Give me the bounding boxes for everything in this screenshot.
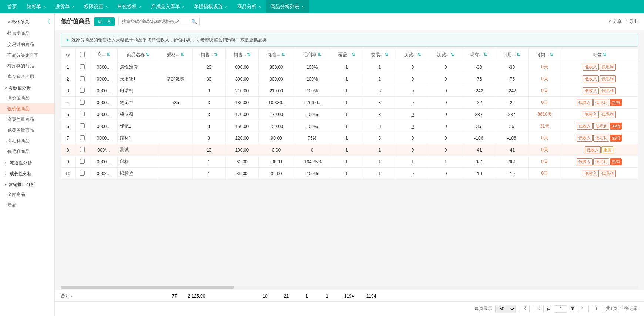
nav-product-analysis-list[interactable]: 商品分析列表 ×	[266, 0, 308, 13]
col-settings[interactable]: ⚙	[61, 49, 75, 61]
share-button[interactable]: ⎋ 分享	[609, 18, 622, 25]
cell-sales-price: 210.00	[225, 85, 258, 97]
nav-product-analysis[interactable]: 商品分析 ×	[233, 0, 265, 13]
browse-link[interactable]: 0	[412, 124, 414, 129]
col-sales-price[interactable]: 销售...⇅	[225, 49, 258, 61]
col-coverage[interactable]: 覆盖...⇅	[330, 49, 363, 61]
page-number-input[interactable]	[554, 305, 567, 313]
col-sales-qty[interactable]: 销售...⇅	[192, 49, 225, 61]
browse-link[interactable]: 0	[412, 100, 414, 105]
row-checkbox[interactable]	[80, 135, 85, 140]
row-checkbox[interactable]	[80, 64, 85, 69]
cell-checkbox[interactable]	[75, 109, 90, 120]
cell-checkbox[interactable]	[75, 73, 90, 85]
col-sellable[interactable]: 可销...⇅	[528, 49, 561, 61]
scrollbar-thumb[interactable]	[61, 286, 234, 289]
sidebar-item-stock-products[interactable]: 有库存的商品	[0, 61, 54, 71]
browse-link[interactable]: 0	[412, 171, 414, 176]
nav-home[interactable]: 首页	[3, 0, 21, 13]
cell-checkbox[interactable]	[75, 97, 90, 109]
col-tags[interactable]: 标签⇅	[561, 49, 638, 61]
date-filter-button[interactable]: 近一月	[94, 17, 115, 26]
sidebar-item-high-margin[interactable]: 高毛利商品	[0, 136, 54, 146]
col-available[interactable]: 可用...⇅	[495, 49, 528, 61]
row-checkbox[interactable]	[80, 123, 85, 128]
row-checkbox[interactable]	[80, 147, 85, 152]
row-checkbox[interactable]	[80, 159, 85, 164]
close-analysis-list-icon[interactable]: ×	[302, 4, 304, 9]
sidebar-item-high-coverage[interactable]: 高覆盖量商品	[0, 114, 54, 125]
row-checkbox[interactable]	[80, 88, 85, 93]
sidebar-item-low-margin[interactable]: 低毛利商品	[0, 146, 54, 157]
col-name[interactable]: 商品名称⇅	[117, 49, 158, 61]
close-product-inbound-icon[interactable]: ×	[182, 4, 184, 9]
col-browse2[interactable]: 浏览...⇅	[429, 49, 462, 61]
close-permission-icon[interactable]: ×	[105, 4, 108, 9]
close-sales-order-icon[interactable]: ×	[43, 4, 46, 9]
col-transaction[interactable]: 交易...⇅	[363, 49, 396, 61]
col-checkbox[interactable]	[75, 49, 90, 61]
row-checkbox[interactable]	[80, 76, 85, 81]
search-input[interactable]	[118, 17, 200, 26]
col-spec[interactable]: 规格...⇅	[158, 49, 192, 61]
col-code[interactable]: 商...⇅	[90, 49, 117, 61]
sidebar-group-contribution[interactable]: ∨ 贡献值分析	[0, 82, 54, 93]
sidebar-item-low-value[interactable]: 低价值商品	[0, 103, 54, 114]
footer-browse1: 1	[296, 293, 317, 299]
browse-link[interactable]: 0	[412, 88, 414, 94]
nav-permission-settings[interactable]: 权限设置 ×	[80, 0, 112, 13]
sidebar-item-new-products[interactable]: 新品	[0, 200, 54, 211]
sidebar-item-sales-products[interactable]: 销售类商品	[0, 28, 54, 39]
close-product-analysis-icon[interactable]: ×	[259, 4, 261, 9]
nav-sales-order[interactable]: 销货单 ×	[22, 0, 50, 13]
next-page-button[interactable]: 〉	[578, 305, 589, 313]
sidebar-item-all-products[interactable]: 全部商品	[0, 189, 54, 200]
last-page-button[interactable]: 》	[592, 305, 603, 313]
cell-checkbox[interactable]	[75, 120, 90, 132]
export-button[interactable]: ↑ 导出	[625, 18, 638, 25]
browse-link[interactable]: 0	[412, 77, 414, 82]
cell-checkbox[interactable]	[75, 144, 90, 156]
col-sales-amount[interactable]: 销售...⇅	[258, 49, 294, 61]
cell-checkbox[interactable]	[75, 61, 90, 73]
cell-checkbox[interactable]	[75, 132, 90, 144]
cell-checkbox[interactable]	[75, 168, 90, 180]
browse-link[interactable]: 0	[412, 112, 414, 117]
horizontal-scrollbar[interactable]	[61, 286, 638, 289]
select-all-checkbox[interactable]	[80, 52, 85, 57]
nav-product-inbound[interactable]: 产成品入库单 ×	[147, 0, 189, 13]
browse-link[interactable]: 0	[412, 65, 414, 70]
sidebar-item-low-coverage[interactable]: 低覆盖量商品	[0, 125, 54, 136]
close-role-auth-icon[interactable]: ×	[139, 4, 141, 9]
sidebar-group-overall[interactable]: ∨ 整体信息	[3, 16, 34, 27]
first-page-button[interactable]: 《	[519, 305, 530, 313]
sidebar-collapse-button[interactable]: 《	[43, 17, 51, 27]
close-template-icon[interactable]: ×	[225, 4, 227, 9]
sidebar-item-traded-products[interactable]: 交易过的商品	[0, 39, 54, 50]
browse-link[interactable]: 0	[412, 147, 414, 153]
prev-page-button[interactable]: 〈	[533, 305, 544, 313]
row-checkbox[interactable]	[80, 112, 85, 116]
cell-checkbox[interactable]	[75, 85, 90, 97]
sidebar-item-stock-capital[interactable]: 库存资金占用	[0, 71, 54, 82]
page-size-select[interactable]: 50 100 200	[495, 305, 516, 313]
row-checkbox[interactable]	[80, 171, 85, 176]
nav-purchase-order[interactable]: 进货单 ×	[51, 0, 78, 13]
sidebar-group-growth[interactable]: 〉 成长性分析	[0, 168, 54, 179]
sidebar-item-high-value[interactable]: 高价值商品	[0, 93, 54, 103]
data-table-container[interactable]: ⚙ 商...⇅ 商品名称⇅ 规格...⇅ 销售...⇅ 销售...⇅ 销售...…	[61, 49, 638, 284]
browse-link[interactable]: 1	[412, 159, 414, 164]
col-current-stock[interactable]: 现有...⇅	[462, 49, 495, 61]
col-gross-margin[interactable]: 毛利率⇅	[294, 49, 330, 61]
cell-checkbox[interactable]	[75, 156, 90, 168]
sidebar-group-liquidity[interactable]: 〉 流通性分析	[0, 157, 54, 168]
sidebar-item-category-sales-rate[interactable]: 商品分类销售率	[0, 50, 54, 61]
sidebar-group-marketing[interactable]: ∨ 营销推广分析	[0, 179, 54, 189]
row-checkbox[interactable]	[80, 100, 85, 105]
search-icon[interactable]: 🔍	[191, 19, 197, 24]
col-browse1[interactable]: 浏览...⇅	[396, 49, 429, 61]
nav-template-settings[interactable]: 单据模板设置 ×	[189, 0, 232, 13]
close-purchase-order-icon[interactable]: ×	[72, 4, 74, 9]
nav-role-auth[interactable]: 角色授权 ×	[113, 0, 145, 13]
browse-link[interactable]: 0	[412, 136, 414, 141]
